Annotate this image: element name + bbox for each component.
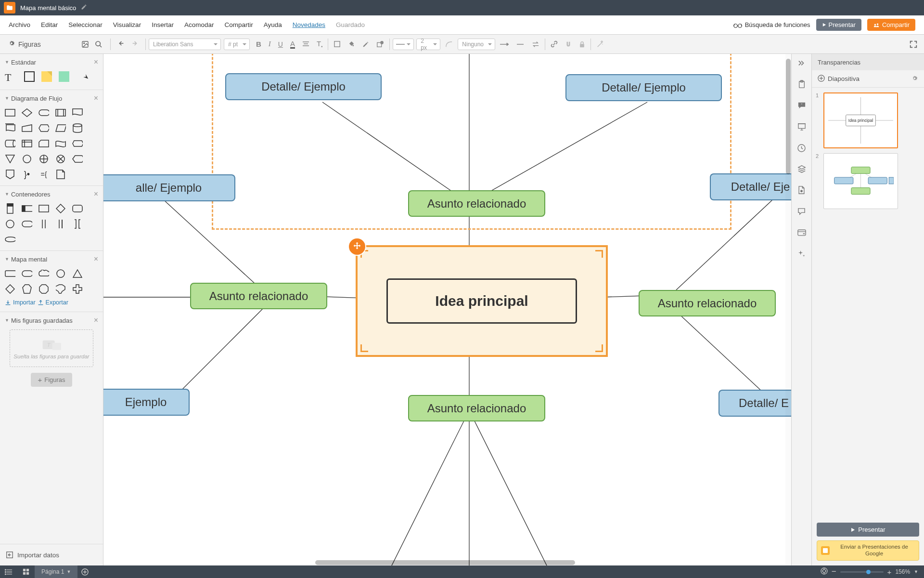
- mindmap-node-detail[interactable]: Detalle/ Eje: [710, 173, 791, 200]
- cont-5[interactable]: [72, 203, 83, 214]
- line-curve-button[interactable]: [443, 41, 455, 48]
- mm-5[interactable]: [72, 268, 83, 279]
- flow-multdoc[interactable]: [5, 123, 15, 133]
- flow-terminator[interactable]: [38, 107, 49, 118]
- line-end-select[interactable]: Ninguno: [458, 39, 495, 50]
- mm-3[interactable]: [38, 268, 49, 279]
- mm-2[interactable]: [22, 268, 32, 279]
- comment-icon[interactable]: [796, 206, 807, 217]
- bold-button[interactable]: B: [254, 40, 264, 48]
- flow-equal[interactable]: ={: [38, 169, 49, 180]
- section-mindmap[interactable]: ▼Mapa mental ×: [5, 255, 98, 263]
- flow-sum[interactable]: [55, 154, 66, 164]
- flow-prep[interactable]: [38, 123, 49, 133]
- mm-7[interactable]: [22, 284, 32, 294]
- swap-button[interactable]: [529, 41, 542, 48]
- flow-conn[interactable]: [22, 154, 32, 164]
- add-page-button[interactable]: [77, 568, 92, 576]
- mindmap-node-detail[interactable]: Ejemplo: [103, 389, 190, 416]
- note-shape[interactable]: [41, 71, 52, 82]
- zoom-out-button[interactable]: −: [832, 567, 836, 577]
- flow-data[interactable]: [55, 123, 66, 133]
- slide-thumbnail-1[interactable]: Idea principal: [823, 92, 898, 148]
- undo-button[interactable]: [118, 40, 126, 48]
- flow-direct[interactable]: [5, 138, 15, 149]
- folder-icon[interactable]: [4, 2, 15, 13]
- mindmap-node-related[interactable]: Asunto relacionado: [639, 290, 776, 316]
- arrow-end-button[interactable]: [513, 42, 527, 47]
- menu-insertar[interactable]: Insertar: [152, 21, 174, 28]
- slide-thumbnail-2[interactable]: [823, 153, 898, 209]
- menu-acomodar[interactable]: Acomodar: [184, 21, 214, 28]
- flow-display[interactable]: [72, 154, 83, 164]
- menu-compartir[interactable]: Compartir: [224, 21, 253, 28]
- cont-7[interactable]: [22, 219, 32, 229]
- flow-intern[interactable]: [22, 138, 32, 149]
- menu-editar[interactable]: Editar: [41, 21, 58, 28]
- box-shape[interactable]: [24, 71, 35, 82]
- cont-6[interactable]: [5, 219, 15, 229]
- sparkle-icon[interactable]: [796, 249, 807, 259]
- saved-drop-zone[interactable]: T Suelta las figuras para guardar: [10, 329, 93, 367]
- close-icon[interactable]: ×: [94, 255, 98, 263]
- arrow-start-button[interactable]: [498, 42, 511, 47]
- document-title[interactable]: Mapa mental básico: [20, 4, 76, 12]
- flow-db[interactable]: [72, 123, 83, 133]
- expand-panel-icon[interactable]: [796, 58, 807, 68]
- mm-6[interactable]: [5, 284, 15, 294]
- list-view-icon[interactable]: [0, 565, 17, 578]
- magnet-button[interactable]: [563, 41, 574, 48]
- share-button[interactable]: Compartir: [867, 19, 915, 31]
- font-size-select[interactable]: # pt: [224, 39, 250, 50]
- clipboard-icon[interactable]: [796, 79, 807, 90]
- flow-note[interactable]: [55, 169, 66, 180]
- flow-tape[interactable]: [55, 138, 66, 149]
- cont-2[interactable]: [22, 203, 32, 214]
- font-select[interactable]: Liberation Sans: [149, 39, 221, 50]
- send-to-google-slides-button[interactable]: Enviar a Presentaciones de Google: [817, 540, 919, 561]
- mm-10[interactable]: [72, 284, 83, 294]
- lock-button[interactable]: [577, 41, 588, 48]
- mm-8[interactable]: [38, 284, 49, 294]
- mm-9[interactable]: [55, 284, 66, 294]
- section-saved[interactable]: ▼Mis figuras guardadas ×: [5, 316, 98, 325]
- cont-9[interactable]: [55, 219, 66, 229]
- flow-or[interactable]: [38, 154, 49, 164]
- present-button-panel[interactable]: Presentar: [817, 523, 919, 537]
- cont-10[interactable]: [72, 219, 83, 229]
- flow-offpage[interactable]: [5, 169, 15, 180]
- feature-search[interactable]: Búsqueda de funciones: [733, 21, 810, 28]
- card-icon[interactable]: [796, 227, 807, 238]
- mm-4[interactable]: [55, 268, 66, 279]
- cont-1[interactable]: [5, 203, 15, 214]
- menu-novedades[interactable]: Novedades: [293, 21, 325, 28]
- block-shape[interactable]: [59, 71, 69, 82]
- pencil-button[interactable]: [360, 41, 372, 48]
- shape-style-button[interactable]: [374, 40, 386, 48]
- add-figures-button[interactable]: +Figuras: [31, 373, 72, 387]
- line-type-select[interactable]: [393, 39, 414, 50]
- text-format-button[interactable]: T•: [314, 39, 325, 49]
- page-tab[interactable]: Página 1 ▼: [35, 565, 77, 578]
- scrollbar-vertical[interactable]: [785, 54, 791, 565]
- mindmap-main-node[interactable]: Idea principal: [356, 245, 608, 357]
- document-icon[interactable]: [796, 185, 807, 196]
- chat-quote-icon[interactable]: ": [796, 100, 807, 111]
- mindmap-node-detail[interactable]: Detalle/ Ejemplo: [565, 74, 722, 101]
- add-slide-row[interactable]: Diapositiva: [812, 70, 924, 88]
- line-width-select[interactable]: 2 px: [416, 39, 440, 50]
- menu-visualizar[interactable]: Visualizar: [113, 21, 141, 28]
- mindmap-node-related[interactable]: Asunto relacionado: [408, 190, 545, 217]
- flow-loop[interactable]: [72, 138, 83, 149]
- search-icon[interactable]: [94, 39, 103, 49]
- clock-icon[interactable]: [796, 143, 807, 153]
- cont-4[interactable]: [55, 203, 66, 214]
- flow-manual[interactable]: [22, 123, 32, 133]
- menu-archivo[interactable]: Archivo: [9, 21, 30, 28]
- flow-doc[interactable]: [72, 107, 83, 118]
- italic-button[interactable]: I: [266, 40, 273, 48]
- canvas[interactable]: Detalle/ Ejemplo Detalle/ Ejemplo alle/ …: [103, 54, 791, 565]
- section-standard[interactable]: ▼Estándar ×: [5, 58, 98, 66]
- fill-button[interactable]: [331, 40, 343, 48]
- flow-rect[interactable]: [5, 107, 15, 118]
